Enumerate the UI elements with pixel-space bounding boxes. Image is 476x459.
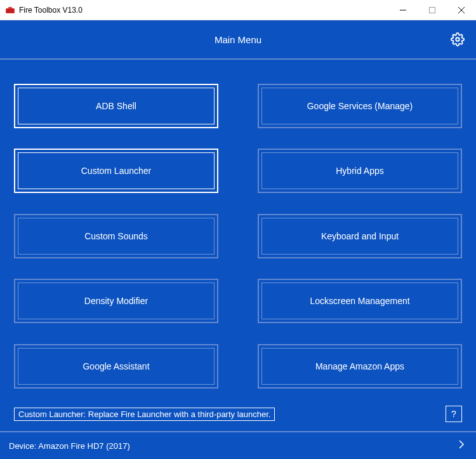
menu-button[interactable]: Hybrid Apps <box>258 149 462 193</box>
menu-button[interactable]: Keyboard and Input <box>258 214 462 258</box>
menu-button-label: Google Services (Manage) <box>307 101 413 111</box>
svg-rect-4 <box>430 7 435 13</box>
menu-grid: ADB ShellGoogle Services (Manage)Custom … <box>14 84 462 392</box>
maximize-button[interactable] <box>418 0 447 20</box>
svg-point-7 <box>456 37 459 41</box>
menu-button[interactable]: Custom Launcher <box>14 149 218 193</box>
page-title: Main Menu <box>215 34 261 45</box>
menu-button-label: Custom Launcher <box>81 166 152 176</box>
menu-button[interactable]: Density Modifier <box>14 279 218 323</box>
footer-row: Custom Launcher: Replace Fire Launcher w… <box>14 406 462 422</box>
help-button[interactable]: ? <box>446 406 462 422</box>
menu-button-label: Keyboard and Input <box>321 231 399 241</box>
close-button[interactable] <box>447 0 476 20</box>
menu-button[interactable]: Google Services (Manage) <box>258 84 462 128</box>
menu-button[interactable]: Manage Amazon Apps <box>258 344 462 389</box>
hint-box: Custom Launcher: Replace Fire Launcher w… <box>14 408 275 421</box>
menu-button[interactable]: ADB Shell <box>14 84 218 128</box>
menu-button-label: Google Assistant <box>83 361 149 371</box>
window-controls <box>388 0 476 20</box>
menu-button[interactable]: Lockscreen Management <box>258 279 462 323</box>
device-bar: Device: Amazon Fire HD7 (2017) <box>0 431 476 459</box>
app-icon <box>5 5 15 15</box>
menu-button[interactable]: Google Assistant <box>14 344 218 389</box>
app-body: Main Menu ADB ShellGoogle Services (Mana… <box>0 20 476 459</box>
menu-button-label: Manage Amazon Apps <box>315 361 404 371</box>
svg-rect-1 <box>6 9 14 13</box>
window-title: Fire Toolbox V13.0 <box>19 6 388 15</box>
menu-button-label: Hybrid Apps <box>336 166 383 176</box>
titlebar: Fire Toolbox V13.0 <box>0 0 476 20</box>
chevron-right-icon[interactable] <box>458 440 465 451</box>
header: Main Menu <box>0 20 476 60</box>
device-label: Device: Amazon Fire HD7 (2017) <box>9 441 130 451</box>
gear-icon[interactable] <box>451 32 465 46</box>
menu-button-label: Density Modifier <box>84 296 148 306</box>
svg-rect-2 <box>8 7 12 9</box>
menu-button[interactable]: Custom Sounds <box>14 214 218 258</box>
menu-button-label: ADB Shell <box>96 101 136 111</box>
minimize-button[interactable] <box>388 0 418 20</box>
content: ADB ShellGoogle Services (Manage)Custom … <box>0 60 476 431</box>
menu-button-label: Custom Sounds <box>84 231 148 241</box>
menu-button-label: Lockscreen Management <box>310 296 409 306</box>
